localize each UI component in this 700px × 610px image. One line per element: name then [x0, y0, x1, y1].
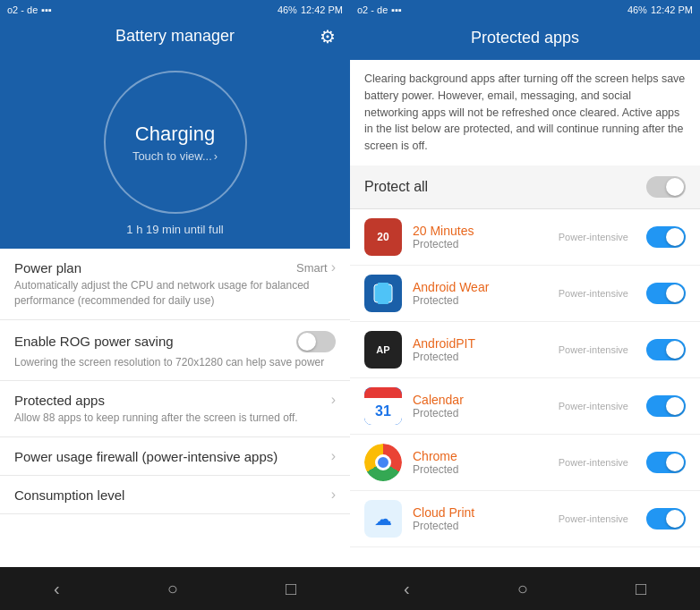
right-header: Protected apps	[350, 20, 700, 60]
calendar-header	[364, 387, 402, 398]
nav-recent-icon[interactable]: □	[286, 579, 296, 599]
toggle-androidpit[interactable]	[646, 339, 686, 360]
app-info-chrome: Chrome Protected	[413, 449, 548, 476]
menu-item-power-plan[interactable]: Power plan Smart › Automatically adjust …	[0, 249, 350, 320]
left-carrier: o2 - de	[7, 4, 38, 15]
chrome-circle	[364, 444, 402, 481]
protect-all-label: Protect all	[364, 179, 428, 195]
left-status-bar-left: o2 - de ▪▪▪	[7, 4, 52, 15]
chrome-inner	[375, 454, 391, 470]
smart-label: Smart	[296, 261, 328, 275]
menu-power-plan-title: Power plan	[14, 260, 81, 275]
chevron-icon-firewall: ›	[331, 448, 336, 464]
toggle-cloud-print[interactable]	[646, 508, 686, 530]
right-carrier: o2 - de	[357, 4, 388, 15]
chevron-icon-protected: ›	[331, 392, 336, 408]
settings-icon[interactable]: ⚙	[320, 26, 336, 47]
menu-protected-desc: Allow 88 apps to keep running after the …	[14, 411, 336, 426]
app-info-cloud-print: Cloud Print Protected	[413, 505, 548, 532]
power-label-chrome: Power-intensive	[559, 457, 628, 468]
androidpit-icon-text: AP	[376, 344, 389, 355]
toggle-android-wear[interactable]	[646, 283, 686, 304]
right-status-bar-left: o2 - de ▪▪▪	[357, 4, 402, 15]
left-app-header: Battery manager ⚙	[0, 20, 350, 53]
calendar-body: 31	[364, 398, 402, 425]
left-status-bar: o2 - de ▪▪▪ 46% 12:42 PM	[0, 0, 350, 20]
app-item-cloud-print[interactable]: ☁ Cloud Print Protected Power-intensive	[350, 491, 700, 547]
apps-list: 20 20 Minutes Protected Power-intensive …	[350, 209, 700, 567]
description-box: Clearing background apps after turning o…	[350, 60, 700, 165]
right-header-title: Protected apps	[364, 29, 686, 47]
nav-back-icon[interactable]: ‹	[54, 579, 60, 599]
charging-circle[interactable]: Charging Touch to view... ›	[104, 71, 247, 214]
cloud-print-icon-text: ☁	[374, 508, 392, 530]
app-item-calendar[interactable]: 31 Calendar Protected Power-intensive	[350, 378, 700, 435]
app-icon-chrome	[364, 444, 402, 481]
left-signal-icon: ▪▪▪	[41, 4, 52, 15]
android-wear-svg	[371, 281, 396, 306]
app-item-androidpit[interactable]: AP AndroidPIT Protected Power-intensive	[350, 322, 700, 378]
app-name-cloud-print: Cloud Print	[413, 505, 548, 520]
svg-rect-2	[378, 301, 388, 304]
app-icon-20min: 20	[364, 218, 402, 256]
toggle-chrome[interactable]	[646, 452, 686, 473]
protect-all-toggle[interactable]	[646, 176, 686, 198]
menu-item-rog[interactable]: Enable ROG power saving Lowering the scr…	[0, 320, 350, 382]
time-until-full: 1 h 19 min until full	[0, 223, 350, 249]
right-battery-pct: 46%	[627, 4, 647, 15]
menu-protected-title: Protected apps	[14, 393, 105, 408]
app-status-chrome: Protected	[413, 463, 548, 476]
app-icon-cloud-print: ☁	[364, 500, 402, 538]
left-time: 12:42 PM	[301, 4, 343, 15]
menu-rog-desc: Lowering the screen resolution to 720x12…	[14, 355, 336, 370]
menu-item-consumption[interactable]: Consumption level ›	[0, 476, 350, 514]
touch-to-view[interactable]: Touch to view... ›	[132, 149, 218, 163]
right-panel: o2 - de ▪▪▪ 46% 12:42 PM Protected apps …	[350, 0, 700, 610]
left-header-title: Battery manager	[115, 27, 235, 46]
menu-item-firewall[interactable]: Power usage firewall (power-intensive ap…	[0, 437, 350, 476]
menu-firewall-title: Power usage firewall (power-intensive ap…	[14, 449, 277, 464]
app-name-androidpit: AndroidPIT	[413, 336, 548, 351]
calendar-date: 31	[375, 403, 391, 419]
menu-item-protected-apps[interactable]: Protected apps › Allow 88 apps to keep r…	[0, 381, 350, 437]
app-name-20min: 20 Minutes	[413, 224, 548, 238]
toggle-calendar[interactable]	[646, 395, 686, 417]
app-item-chrome[interactable]: Chrome Protected Power-intensive	[350, 435, 700, 491]
left-bottom-nav: ‹ ○ □	[0, 567, 350, 610]
left-battery-pct: 46%	[277, 4, 297, 15]
app-icon-android-wear	[364, 275, 402, 312]
power-label-20min: Power-intensive	[559, 232, 628, 242]
rog-toggle[interactable]	[296, 331, 336, 352]
toggle-20min[interactable]	[646, 226, 686, 248]
app-icon-androidpit: AP	[364, 331, 402, 369]
menu-consumption-title: Consumption level	[14, 487, 124, 503]
menu-power-plan-desc: Automatically adjust the CPU and network…	[14, 278, 336, 309]
app-info-android-wear: Android Wear Protected	[413, 280, 548, 307]
charging-circle-container: Charging Touch to view... ›	[0, 53, 350, 223]
nav-home-icon[interactable]: ○	[167, 579, 178, 599]
right-bottom-nav: ‹ ○ □	[350, 567, 700, 610]
20min-icon-text: 20	[377, 231, 388, 243]
power-label-androidpit: Power-intensive	[559, 344, 628, 355]
app-name-calendar: Calendar	[413, 393, 548, 407]
right-nav-back-icon[interactable]: ‹	[404, 579, 410, 599]
chevron-right-icon: ›	[214, 149, 218, 163]
right-status-bar: o2 - de ▪▪▪ 46% 12:42 PM	[350, 0, 700, 20]
menu-power-plan-right: Smart ›	[296, 259, 336, 275]
app-item-android-wear[interactable]: Android Wear Protected Power-intensive	[350, 266, 700, 322]
app-status-cloud-print: Protected	[413, 520, 548, 532]
power-label-android-wear: Power-intensive	[559, 288, 628, 299]
app-name-chrome: Chrome	[413, 449, 548, 463]
right-nav-recent-icon[interactable]: □	[636, 579, 646, 599]
chevron-icon-power-plan: ›	[331, 259, 336, 275]
protect-all-row: Protect all	[350, 165, 700, 209]
app-icon-calendar: 31	[364, 387, 402, 425]
right-nav-home-icon[interactable]: ○	[517, 579, 528, 599]
right-time: 12:42 PM	[651, 4, 693, 15]
app-item-20min[interactable]: 20 20 Minutes Protected Power-intensive	[350, 209, 700, 266]
chevron-icon-consumption: ›	[331, 487, 336, 503]
app-info-androidpit: AndroidPIT Protected	[413, 336, 548, 363]
left-panel: o2 - de ▪▪▪ 46% 12:42 PM Battery manager…	[0, 0, 350, 610]
app-info-20min: 20 Minutes Protected	[413, 224, 548, 250]
menu-rog-title: Enable ROG power saving	[14, 334, 174, 349]
